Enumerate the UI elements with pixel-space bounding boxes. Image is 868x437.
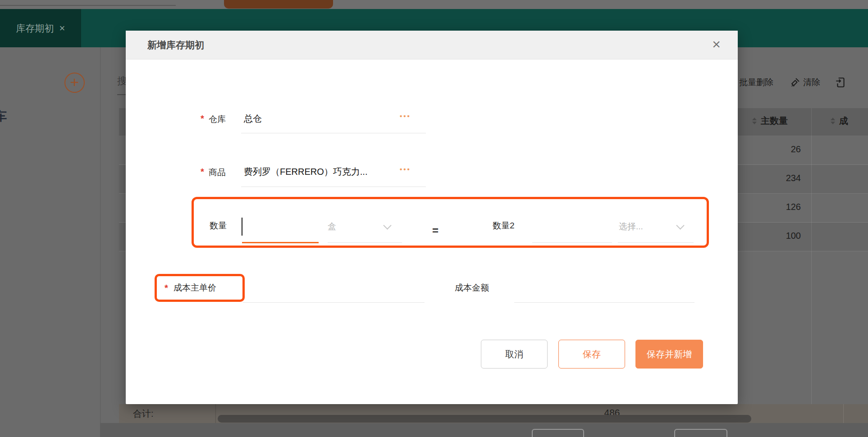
warehouse-picker-icon[interactable]: ••• (400, 112, 411, 120)
quantity2-input[interactable] (532, 242, 612, 243)
main-qty-value: 100 (786, 231, 801, 241)
sort-icon[interactable] (830, 118, 836, 124)
add-circle-icon[interactable]: + (64, 73, 85, 93)
dialog-header: 新增库存期初 × (126, 31, 738, 59)
total-label: 合计: (133, 408, 154, 420)
column-cost[interactable]: 成 (830, 115, 848, 127)
product-picker-icon[interactable]: ••• (400, 165, 411, 173)
column-label: 主数量 (761, 115, 788, 127)
save-and-new-button[interactable]: 保存并新增 (635, 340, 703, 369)
product-label: 商品 (209, 167, 226, 178)
cost-amount-input[interactable] (514, 302, 694, 303)
required-mark: * (201, 114, 204, 124)
save-button[interactable]: 保存 (558, 340, 625, 369)
pagination-bar (100, 423, 868, 437)
topbar-search-underline (0, 5, 176, 6)
unit2-underline (618, 242, 694, 243)
clear-button[interactable]: 清除 (803, 77, 820, 88)
cost-amount-label: 成本金额 (455, 282, 489, 294)
warehouse-label: 仓库 (209, 114, 226, 125)
tab-opening-inventory[interactable]: 库存期初 × (0, 9, 81, 47)
horizontal-scrollbar[interactable] (218, 415, 751, 423)
required-mark: * (164, 283, 168, 293)
main-qty-value: 234 (786, 173, 801, 183)
import-icon[interactable] (835, 77, 846, 88)
unit2-select-placeholder[interactable]: 选择... (619, 221, 643, 232)
cost-price-input[interactable] (243, 302, 425, 303)
main-qty-value: 26 (791, 144, 801, 155)
quantity-label: 数量 (210, 220, 227, 232)
text-caret (242, 218, 242, 236)
add-opening-inventory-dialog: 新增库存期初 × * 仓库 总仓 ••• * 商品 费列罗（FERRERO）巧克… (126, 31, 738, 404)
tab-label: 库存期初 (16, 22, 54, 35)
main-qty-value: 126 (786, 202, 801, 212)
warehouse-value[interactable]: 总仓 (244, 113, 262, 125)
column-main-qty[interactable]: 主数量 (752, 115, 788, 127)
required-mark: * (201, 167, 204, 177)
app-window: 库存期初 × + 车 搜 批量删除 清除 主数量 成 26 (0, 0, 868, 437)
table-toolbar: 批量删除 清除 (739, 76, 846, 89)
quantity-input[interactable] (242, 242, 319, 243)
background-primary-button (224, 0, 333, 9)
close-icon[interactable]: × (712, 36, 721, 53)
dialog-title: 新增库存期初 (147, 31, 204, 59)
unit-select-value[interactable]: 盒 (328, 221, 336, 232)
warehouse-underline (241, 133, 426, 133)
batch-delete-button[interactable]: 批量删除 (739, 77, 773, 88)
equals-sign: = (432, 224, 439, 237)
cancel-button[interactable]: 取消 (481, 340, 548, 369)
left-panel-divider (100, 47, 101, 437)
cost-price-label: 成本主单价 (174, 282, 216, 294)
product-value[interactable]: 费列罗（FERRERO）巧克力... (244, 166, 367, 178)
product-underline (241, 187, 426, 187)
pagination-button[interactable] (674, 429, 727, 437)
tab-close-icon[interactable]: × (59, 23, 65, 34)
sort-icon[interactable] (752, 118, 757, 124)
pagination-button[interactable] (532, 429, 584, 437)
column-label: 成 (839, 115, 848, 127)
footer-cell-divider (215, 404, 216, 423)
page-topbar (0, 0, 868, 9)
left-tree-text: 车 (0, 108, 7, 124)
broom-icon (790, 77, 800, 88)
quantity2-label: 数量2 (493, 220, 515, 232)
footer-cell-divider (843, 404, 844, 423)
unit-underline (328, 242, 402, 243)
